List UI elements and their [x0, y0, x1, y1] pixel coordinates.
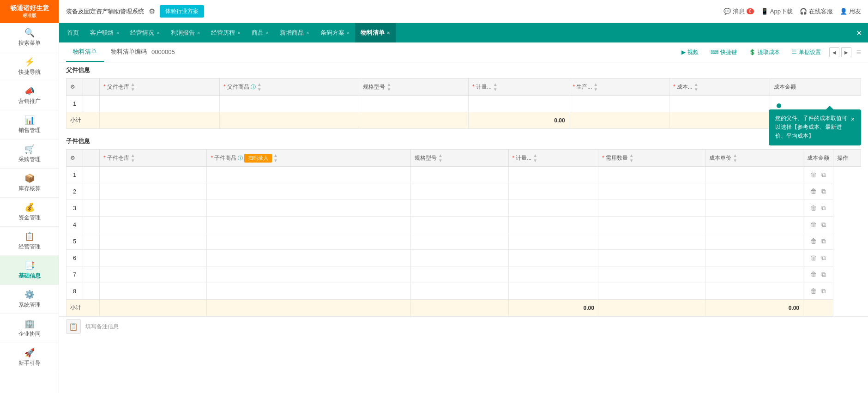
copy-row-8-button[interactable]: ⧉	[821, 287, 826, 295]
child-row3-goods[interactable]	[100, 200, 207, 217]
tab-goods-close[interactable]: ×	[266, 30, 269, 36]
child-row5-spec[interactable]	[207, 233, 411, 250]
parent-col-settings[interactable]: ⚙	[66, 79, 83, 96]
add-row-button[interactable]: 📋	[66, 319, 81, 334]
sidebar-item-enterprise[interactable]: 🏢 企业协同	[0, 314, 59, 343]
sidebar-item-marketing[interactable]: 📣 营销推广	[0, 81, 59, 110]
sidebar-item-system[interactable]: ⚙️ 系统管理	[0, 285, 59, 314]
tab-operations[interactable]: 经营情况 ×	[125, 23, 165, 42]
tab-operations-close[interactable]: ×	[157, 30, 159, 36]
child-row2-spec[interactable]	[207, 183, 411, 200]
parent-row1-goods[interactable]	[100, 96, 220, 112]
shortcut-button[interactable]: ⌨ 快捷键	[707, 47, 741, 58]
copy-row-1-button[interactable]: ⧉	[821, 171, 826, 178]
child-row2-goods[interactable]	[100, 183, 207, 200]
child-row5-qty[interactable]	[508, 233, 598, 250]
message-item[interactable]: 💬 消息 6	[723, 7, 754, 16]
child-row1-qty[interactable]	[508, 167, 598, 183]
child-row3-spec[interactable]	[207, 200, 411, 217]
trial-button[interactable]: 体验行业方案	[160, 5, 204, 18]
child-row2-unit[interactable]	[410, 183, 508, 200]
copy-row-5-button[interactable]: ⧉	[821, 237, 826, 245]
child-row7-unit[interactable]	[410, 266, 508, 283]
sidebar-item-purchase[interactable]: 🛒 采购管理	[0, 139, 59, 169]
tab-newgoods-close[interactable]: ×	[306, 30, 309, 36]
parent-row1-cost[interactable]	[569, 96, 669, 112]
tab-bom-close[interactable]: ×	[387, 30, 390, 36]
child-row2-qty[interactable]	[508, 183, 598, 200]
tab-barcode-close[interactable]: ×	[347, 30, 350, 36]
child-row8-spec[interactable]	[207, 283, 411, 300]
child-row4-goods[interactable]	[100, 217, 207, 233]
child-row6-spec[interactable]	[207, 250, 411, 266]
delete-row-1-button[interactable]: 🗑	[810, 171, 817, 178]
view-video-button[interactable]: ▶ 视频	[678, 47, 702, 58]
child-row8-qty[interactable]	[508, 283, 598, 300]
parent-row1-warehouse[interactable]	[83, 96, 100, 112]
tab-new-goods[interactable]: 新增商品 ×	[274, 23, 314, 42]
child-row1-spec[interactable]	[207, 167, 411, 183]
nav-next-button[interactable]: ▶	[841, 47, 851, 57]
tab-customers-close[interactable]: ×	[116, 30, 119, 36]
single-settings-button[interactable]: ☰ 单据设置	[788, 47, 825, 58]
child-row6-goods[interactable]	[100, 250, 207, 266]
tab-history[interactable]: 经营历程 ×	[205, 23, 246, 42]
parent-row1-unit[interactable]	[359, 96, 469, 112]
delete-row-3-button[interactable]: 🗑	[810, 204, 817, 212]
child-row4-unit[interactable]	[410, 217, 508, 233]
tab-customers[interactable]: 客户联络 ×	[84, 23, 125, 42]
scan-input-button[interactable]: 扫码录入	[244, 154, 272, 163]
nav-prev-button[interactable]: ◀	[829, 47, 839, 57]
user-item[interactable]: 👤 用友	[840, 7, 861, 16]
child-row4-spec[interactable]	[207, 217, 411, 233]
child-row1-warehouse[interactable]	[83, 167, 100, 183]
child-row3-unit[interactable]	[410, 200, 508, 217]
child-row4-warehouse[interactable]	[83, 217, 100, 233]
tab-profit[interactable]: 利润报告 ×	[165, 23, 205, 42]
tab-bom[interactable]: 物料清单 ×	[355, 23, 395, 42]
sidebar-item-finance[interactable]: 💰 资金管理	[0, 198, 59, 227]
parent-row1-production[interactable]	[469, 96, 569, 112]
child-row5-unit[interactable]	[410, 233, 508, 250]
child-row8-goods[interactable]	[100, 283, 207, 300]
child-row7-warehouse[interactable]	[83, 266, 100, 283]
extract-cost-button[interactable]: 💲 提取成本	[745, 47, 784, 58]
child-row1-unit[interactable]	[410, 167, 508, 183]
tab-barcode[interactable]: 条码方案 ×	[315, 23, 355, 42]
delete-row-4-button[interactable]: 🗑	[810, 221, 817, 228]
delete-row-7-button[interactable]: 🗑	[810, 271, 817, 278]
delete-row-6-button[interactable]: 🗑	[810, 254, 817, 261]
delete-row-8-button[interactable]: 🗑	[810, 287, 817, 295]
child-row6-qty[interactable]	[508, 250, 598, 266]
online-service-item[interactable]: 🎧 在线客服	[800, 7, 833, 16]
copy-row-2-button[interactable]: ⧉	[821, 187, 826, 195]
child-row3-warehouse[interactable]	[83, 200, 100, 217]
tab-history-close[interactable]: ×	[237, 30, 240, 36]
child-row5-warehouse[interactable]	[83, 233, 100, 250]
app-download-item[interactable]: 📱 App下载	[761, 7, 793, 16]
sidebar-item-guide[interactable]: 🚀 新手引导	[0, 343, 59, 372]
child-row6-unit[interactable]	[410, 250, 508, 266]
child-col-settings[interactable]: ⚙	[66, 150, 83, 167]
child-row1-goods[interactable]	[100, 167, 207, 183]
child-row8-unit[interactable]	[410, 283, 508, 300]
sidebar-item-basic-info[interactable]: 📑 基础信息	[0, 256, 59, 285]
child-row8-warehouse[interactable]	[83, 283, 100, 300]
child-row4-qty[interactable]	[508, 217, 598, 233]
copy-row-4-button[interactable]: ⧉	[821, 221, 826, 228]
settings-icon[interactable]: ⚙	[149, 7, 155, 16]
sidebar-item-operations[interactable]: 📋 经营管理	[0, 227, 59, 256]
delete-row-5-button[interactable]: 🗑	[810, 237, 817, 245]
child-row6-warehouse[interactable]	[83, 250, 100, 266]
child-row7-goods[interactable]	[100, 266, 207, 283]
child-row2-warehouse[interactable]	[83, 183, 100, 200]
copy-row-7-button[interactable]: ⧉	[821, 271, 826, 278]
sidebar-item-search[interactable]: 🔍 搜索菜单	[0, 23, 59, 52]
subtab-bom-list[interactable]: 物料清单	[66, 42, 104, 62]
tooltip-close-button[interactable]: ×	[851, 114, 855, 124]
tab-home[interactable]: 首页	[61, 23, 84, 42]
child-row7-spec[interactable]	[207, 266, 411, 283]
tab-goods[interactable]: 商品 ×	[246, 23, 274, 42]
child-row3-qty[interactable]	[508, 200, 598, 217]
child-row5-goods[interactable]	[100, 233, 207, 250]
